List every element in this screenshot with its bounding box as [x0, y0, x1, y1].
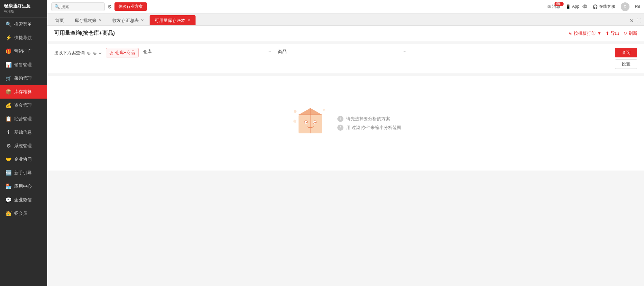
sidebar-item-shortcut[interactable]: ⚡ 快捷导航: [0, 31, 47, 45]
export-button[interactable]: ⬆ 导出: [606, 30, 619, 36]
message-badge: 99+: [555, 2, 564, 6]
sidebar-item-finance[interactable]: 💰 资金管理: [0, 99, 47, 112]
sidebar-item-system[interactable]: ⚙ 系统管理: [0, 139, 47, 153]
sales-icon: 📊: [5, 62, 11, 68]
sidebar-item-label: 经营管理: [14, 116, 32, 122]
sidebar-item-label: 快捷导航: [14, 35, 32, 41]
svg-point-7: [314, 122, 316, 123]
sidebar-item-enterprise[interactable]: 🤝 企业协同: [0, 153, 47, 166]
sidebar-item-label: 搜索菜单: [14, 21, 32, 27]
tab-batch-account[interactable]: 库存批次账 ✕: [70, 15, 107, 25]
filter-scheme-item[interactable]: ◎ 仓库+商品: [106, 48, 139, 57]
tab-available-stock[interactable]: 可用量库存账本 ✕: [150, 15, 196, 25]
search-input[interactable]: [61, 4, 102, 9]
sidebar-item-guide[interactable]: 🆕 新手引导: [0, 166, 47, 180]
sidebar-menu: 🔍 搜索菜单 ⚡ 快捷导航 🎁 营销推广 📊 销售管理 🛒 采购管理 📦 库存核…: [0, 18, 47, 286]
operation-icon: 📋: [5, 116, 11, 122]
print-label: 按模板打印: [574, 30, 596, 36]
guide-icon: 🆕: [5, 170, 11, 176]
mobile-icon: 📱: [566, 4, 571, 9]
sidebar-item-operation[interactable]: 📋 经营管理: [0, 112, 47, 126]
sidebar-logo: 畅康通好生意 标准版: [0, 0, 47, 18]
sidebar-item-label: 库存核算: [14, 89, 32, 95]
svg-point-6: [306, 122, 307, 123]
goods-input-wrap: ···: [289, 48, 406, 55]
trial-button[interactable]: 体验行业方案: [114, 2, 147, 11]
goods-label: 商品: [278, 49, 287, 55]
topbar-right: ✉ 消息 99+ 📱 App下载 🎧 在线客服 R Rit: [547, 2, 640, 11]
sidebar-item-stock[interactable]: 📦 库存核算: [0, 85, 47, 99]
close-icon[interactable]: ✕: [99, 19, 102, 22]
tabbar-close-button[interactable]: ✕: [629, 18, 634, 24]
app-download-button[interactable]: 📱 App下载: [566, 4, 587, 9]
appstore-icon: 🏪: [5, 183, 11, 189]
warehouse-input[interactable]: [154, 49, 267, 54]
filter-buttons: 查询 设置: [615, 48, 637, 69]
sidebar-item-appstore[interactable]: 🏪 应用中心: [0, 180, 47, 193]
page-content: 可用量查询(按仓库+商品) 🖨 按模板打印 ▼ ⬆ 导出 ↻ 刷新: [47, 26, 644, 286]
collapse-icon[interactable]: «: [99, 50, 102, 56]
filter-section-label: 按以下方案查询: [54, 50, 85, 56]
sidebar-item-label: 畅会员: [14, 210, 27, 216]
username-label[interactable]: Rit: [635, 4, 640, 9]
sidebar-item-member[interactable]: 👑 畅会员: [0, 207, 47, 220]
service-label: 在线客服: [599, 4, 615, 9]
main-area: 🔍 ⚙ 体验行业方案 ✉ 消息 99+ 📱 App下载 🎧 在线客服 R Rit: [47, 0, 644, 286]
message-button[interactable]: ✉ 消息 99+: [547, 4, 560, 9]
empty-tip-2: 2 用[过滤]条件来缩小分析范围: [337, 125, 401, 131]
topbar-search-box[interactable]: 🔍: [51, 2, 105, 11]
close-icon[interactable]: ✕: [187, 19, 190, 22]
add-scheme-icon[interactable]: ⊕: [87, 50, 91, 56]
svg-point-9: [323, 109, 325, 111]
topbar: 🔍 ⚙ 体验行业方案 ✉ 消息 99+ 📱 App下载 🎧 在线客服 R Rit: [47, 0, 644, 14]
basic-icon: ℹ: [5, 129, 11, 135]
tab-label: 可用量库存账本: [155, 18, 185, 24]
goods-more-icon[interactable]: ···: [403, 49, 407, 54]
sidebar-item-basic[interactable]: ℹ 基础信息: [0, 126, 47, 139]
finance-icon: 💰: [5, 102, 11, 108]
sidebar-item-wechat[interactable]: 💬 企业微信: [0, 193, 47, 207]
tip-text-2: 用[过滤]条件来缩小分析范围: [346, 125, 401, 131]
empty-content: 1 请先选择要分析的方案 2 用[过滤]条件来缩小分析范围: [290, 103, 401, 144]
system-icon: ⚙: [5, 143, 11, 149]
tabbar-expand-button[interactable]: ⛶: [637, 18, 641, 24]
warehouse-more-icon[interactable]: ···: [267, 49, 272, 54]
search-icon: 🔍: [5, 21, 11, 27]
refresh-icon: ↻: [623, 31, 627, 36]
page-header: 可用量查询(按仓库+商品) 🖨 按模板打印 ▼ ⬆ 导出 ↻ 刷新: [47, 26, 644, 41]
gear-icon[interactable]: ⚙: [107, 4, 112, 10]
setting-scheme-icon[interactable]: ⊚: [93, 50, 97, 56]
query-button[interactable]: 查询: [615, 48, 637, 57]
chevron-down-icon: ▼: [597, 31, 601, 36]
sidebar-item-label: 应用中心: [14, 183, 32, 189]
headset-icon: 🎧: [593, 4, 598, 9]
close-icon[interactable]: ✕: [141, 19, 144, 22]
online-service-button[interactable]: 🎧 在线客服: [593, 4, 615, 9]
sidebar-item-sales[interactable]: 📊 销售管理: [0, 58, 47, 72]
scheme-label: 仓库+商品: [115, 50, 135, 56]
sidebar-item-marketing[interactable]: 🎁 营销推广: [0, 45, 47, 58]
filter-inputs: 仓库 ··· 商品 ···: [143, 48, 611, 55]
page-header-actions: 🖨 按模板打印 ▼ ⬆ 导出 ↻ 刷新: [568, 30, 637, 36]
warehouse-label: 仓库: [143, 49, 152, 55]
tip-number-1: 1: [337, 116, 343, 122]
filter-label: 按以下方案查询 ⊕ ⊚ «: [54, 48, 102, 56]
sidebar-item-label: 企业微信: [14, 197, 32, 203]
tab-label: 收发存汇总表: [112, 18, 139, 24]
refresh-button[interactable]: ↻ 刷新: [623, 30, 637, 36]
search-icon: 🔍: [54, 4, 60, 9]
member-icon: 👑: [5, 210, 11, 216]
tab-receipt-summary[interactable]: 收发存汇总表 ✕: [107, 15, 149, 25]
setting-button[interactable]: 设置: [615, 59, 637, 69]
app-subtitle: 标准版: [4, 9, 43, 14]
goods-input[interactable]: [289, 49, 402, 54]
tab-label: 库存批次账: [75, 18, 97, 24]
empty-illustration: [290, 103, 331, 137]
sidebar-item-purchase[interactable]: 🛒 采购管理: [0, 72, 47, 85]
tab-home[interactable]: 首页: [50, 15, 69, 25]
sidebar-item-label: 采购管理: [14, 75, 32, 81]
tab-label: 首页: [55, 18, 64, 24]
sidebar-item-search[interactable]: 🔍 搜索菜单: [0, 18, 47, 31]
print-button[interactable]: 🖨 按模板打印 ▼: [568, 30, 601, 36]
purchase-icon: 🛒: [5, 75, 11, 81]
